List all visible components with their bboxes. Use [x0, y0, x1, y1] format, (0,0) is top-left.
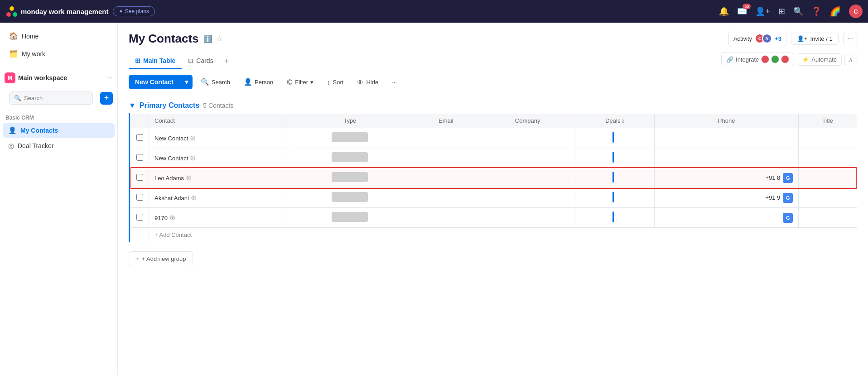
title-col-header: Title: [799, 114, 857, 128]
google-icon-4[interactable]: G: [783, 193, 793, 203]
deals-dash-2: -: [615, 157, 617, 164]
google-icon-3[interactable]: G: [783, 173, 793, 183]
type-badge-2: [332, 152, 368, 162]
logo[interactable]: monday work management: [5, 5, 108, 18]
integrate-label: Integrate: [736, 56, 759, 63]
user-avatar[interactable]: C: [849, 5, 863, 18]
add-group-button[interactable]: + + Add new group: [129, 251, 193, 266]
group-title[interactable]: Primary Contacts: [140, 101, 200, 110]
sidebar-my-work[interactable]: 🗂️ My work: [5, 46, 113, 62]
contacts-table: Contact Type Email Company Deals ℹ Phone…: [130, 113, 857, 242]
row-checkbox-3[interactable]: [136, 174, 143, 181]
phone-number-3: +91 8: [765, 174, 780, 181]
link-icon: 🔗: [726, 56, 733, 63]
automate-label: Automate: [811, 56, 837, 63]
company-cell-5: [480, 208, 575, 228]
apps-icon[interactable]: ⊞: [778, 6, 785, 16]
star-icon[interactable]: ☆: [216, 34, 222, 43]
top-navigation: monday work management ✦ See plans 🔔 ✉️ …: [0, 0, 868, 23]
contact-name-5: 9170: [154, 215, 168, 221]
invite-icon: 👤+: [797, 35, 808, 42]
workspace-name: Main workspace: [18, 74, 104, 82]
more-options-button[interactable]: ···: [843, 32, 857, 45]
add-contact-row[interactable]: + Add Contact: [130, 228, 857, 242]
add-person-icon-4[interactable]: ⊕: [191, 194, 197, 202]
type-cell-4: [288, 188, 412, 208]
table-row: New Contact ⊕ -: [130, 128, 857, 148]
email-cell-2: [412, 148, 480, 168]
sidebar-item-deal-tracker[interactable]: ◎ Deal Tracker: [3, 139, 115, 153]
see-plans-button[interactable]: ✦ See plans: [113, 6, 155, 16]
google-icon-5[interactable]: G: [783, 213, 793, 223]
search-toolbar-button[interactable]: 🔍 Search: [195, 75, 236, 89]
type-badge-5: [332, 212, 368, 222]
row-checkbox-2[interactable]: [136, 154, 143, 161]
deals-dash-5: -: [615, 217, 617, 224]
invite-icon[interactable]: 👤+: [755, 6, 770, 16]
search-icon[interactable]: 🔍: [793, 6, 803, 16]
sidebar-search[interactable]: 🔍: [9, 91, 93, 105]
int-dot-2: [771, 55, 779, 63]
integrate-button[interactable]: 🔗 Integrate: [721, 53, 794, 66]
svg-point-1: [10, 6, 14, 11]
page-title-icons: ℹ️ ☆: [203, 34, 222, 43]
activity-count: +3: [775, 35, 781, 42]
invite-button[interactable]: 👤+ Invite / 1: [791, 33, 839, 45]
new-contact-dropdown-icon[interactable]: ▾: [180, 75, 193, 89]
header-right-actions: 🔗 Integrate ⚡ Automate ∧: [721, 53, 857, 70]
filter-button[interactable]: ⏣ Filter ▾: [281, 75, 319, 89]
person-button[interactable]: 👤 Person: [238, 75, 279, 89]
add-contact-label[interactable]: + Add Contact: [149, 228, 857, 242]
title-cell-4: [799, 188, 857, 208]
sidebar-home[interactable]: 🏠 Home: [5, 28, 113, 44]
add-person-icon-3[interactable]: ⊕: [186, 174, 192, 182]
deals-bar-3: [612, 172, 614, 183]
tabs-and-actions: ⊞ Main Table ⊟ Cards + 🔗 Integrate: [129, 53, 857, 70]
sidebar-add-button[interactable]: +: [100, 92, 113, 105]
tab-main-table[interactable]: ⊞ Main Table: [129, 53, 182, 69]
type-cell-5: [288, 208, 412, 228]
row-checkbox-1[interactable]: [136, 134, 143, 141]
sidebar-search-input[interactable]: [24, 95, 88, 101]
sidebar-top: 🏠 Home 🗂️ My work: [0, 23, 117, 67]
deals-bar-5: [612, 212, 614, 222]
hide-button[interactable]: 👁 Hide: [352, 75, 384, 89]
row-checkbox-4[interactable]: [136, 194, 143, 201]
inbox-badge: 55: [743, 4, 751, 9]
help-icon[interactable]: ❓: [811, 6, 821, 16]
phone-number-4: +91 9: [765, 194, 780, 201]
main-table-icon: ⊞: [135, 57, 140, 64]
automate-button[interactable]: ⚡ Automate: [797, 53, 842, 66]
phone-cell-4: +91 9 G: [654, 188, 798, 208]
deals-info-icon[interactable]: ℹ: [622, 118, 624, 124]
more-toolbar-button[interactable]: ···: [386, 76, 402, 89]
filter-icon: ⏣: [287, 78, 293, 86]
email-cell-3: [412, 168, 480, 188]
top-nav-icons: 🔔 ✉️ 55 👤+ ⊞ 🔍 ❓ 🌈 C: [719, 5, 863, 18]
add-person-icon-5[interactable]: ⊕: [169, 214, 175, 221]
deals-bar-2: [612, 152, 614, 163]
deals-dash-3: -: [615, 177, 617, 184]
workspace-more-icon[interactable]: ···: [107, 74, 113, 82]
info-icon[interactable]: ℹ️: [203, 34, 212, 43]
inbox-icon[interactable]: ✉️ 55: [737, 6, 747, 16]
new-contact-label: New Contact: [129, 75, 180, 89]
tab-cards[interactable]: ⊟ Cards: [182, 53, 219, 69]
page-header-right: Activity C N +3 👤+ Invite / 1 ···: [728, 31, 857, 46]
group-collapse-icon[interactable]: ▼: [129, 101, 136, 110]
add-person-icon-1[interactable]: ⊕: [190, 134, 196, 142]
title-cell-2: [799, 148, 857, 168]
svg-point-2: [13, 12, 17, 17]
add-person-icon-2[interactable]: ⊕: [190, 154, 196, 162]
sort-button[interactable]: ↕ Sort: [322, 75, 349, 89]
deals-cell-3: -: [575, 168, 655, 188]
collapse-button[interactable]: ∧: [844, 54, 857, 65]
sidebar-workspace[interactable]: M Main workspace ···: [0, 69, 117, 87]
row-checkbox-5[interactable]: [136, 214, 143, 221]
email-cell-4: [412, 188, 480, 208]
notifications-icon[interactable]: 🔔: [719, 6, 729, 16]
activity-button[interactable]: Activity C N +3: [728, 31, 786, 46]
sidebar-item-my-contacts[interactable]: 👤 My Contacts: [3, 123, 115, 138]
tab-add-button[interactable]: +: [220, 53, 234, 70]
new-contact-button[interactable]: New Contact ▾: [129, 75, 193, 89]
